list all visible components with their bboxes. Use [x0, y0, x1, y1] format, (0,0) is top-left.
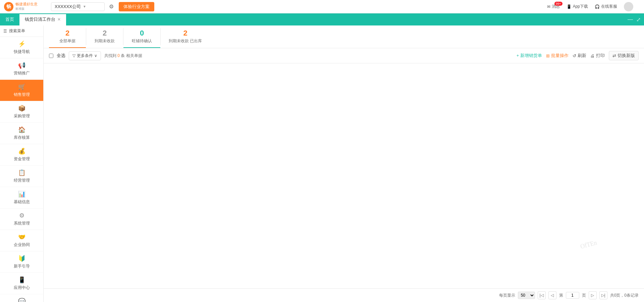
- total-info: 共0页，0条记录: [610, 293, 639, 298]
- stats-overdue-label: 到期未收款: [95, 38, 115, 44]
- logo-text: 畅捷通好生意: [15, 2, 38, 6]
- switch-icon: ⇄: [612, 53, 616, 58]
- chat-icon: 💬: [18, 298, 25, 302]
- avatar[interactable]: [624, 2, 633, 11]
- clipboard-icon: 📋: [18, 169, 25, 176]
- sidebar-item-guide[interactable]: 🔰 新手引导: [0, 251, 43, 273]
- message-badge: 99+: [554, 2, 562, 6]
- sidebar-item-wechat[interactable]: 💬 企业微信: [0, 294, 43, 302]
- sidebar-item-finance[interactable]: 💰 资金管理: [0, 144, 43, 166]
- company-name: XXXXXX公司: [55, 4, 81, 10]
- refresh-icon: ↺: [573, 53, 576, 58]
- sidebar-item-system[interactable]: ⚙ 系统管理: [0, 208, 43, 230]
- last-page-button[interactable]: ▷|: [599, 291, 607, 299]
- logo-tag: 标准版: [15, 7, 38, 11]
- stats-pending-number: 0: [140, 29, 144, 38]
- sidebar-item-search[interactable]: ☰ 搜索菜单: [0, 25, 43, 37]
- stats-overdue-number: 2: [103, 29, 107, 38]
- online-service-button[interactable]: 🎧 在线客服: [595, 4, 617, 9]
- batch-operation-button[interactable]: ⊞ 批量操作: [546, 53, 569, 59]
- sidebar-item-marketing[interactable]: 📢 营销推广: [0, 58, 43, 80]
- handshake-icon: 🤝: [18, 233, 25, 241]
- nav-tabs: 首页 钱货日清工作台 ✕ — ⤢: [0, 13, 644, 25]
- tab-close-icon[interactable]: ✕: [57, 17, 61, 22]
- message-button[interactable]: ✉ 消息 99+: [547, 4, 560, 9]
- toolbar-right: + 新增销货单 ⊞ 批量操作 ↺ 刷新 🖨 打印 ⇄ 切换新版: [517, 51, 639, 60]
- shield-icon: 🔰: [18, 255, 25, 262]
- company-selector[interactable]: XXXXXX公司 ▼: [51, 2, 105, 11]
- cart-icon: 🛒: [18, 83, 25, 90]
- sidebar: ☰ 搜索菜单 ⚡ 快捷导航 📢 营销推广 🛒 销售管理 📦 采购管理 🏠 库存核…: [0, 25, 44, 302]
- stats-all-label: 全部单据: [59, 38, 75, 44]
- stats-pending-label: 旺辅待确认: [132, 38, 152, 44]
- current-page-input[interactable]: [566, 292, 579, 299]
- stats-tab-overdue[interactable]: 2 到期未收款: [86, 25, 123, 48]
- logo-area: 畅 畅捷通好生意 标准版: [4, 2, 48, 11]
- filter-icon: ▽: [72, 53, 75, 58]
- home-icon: 🏠: [18, 126, 25, 133]
- sidebar-item-sales[interactable]: 🛒 销售管理: [0, 80, 43, 101]
- try-industry-button[interactable]: 体验行业方案: [119, 2, 154, 11]
- batch-icon: ⊞: [546, 53, 550, 58]
- found-text: 共找到 0 条 相关单据: [104, 53, 142, 59]
- first-page-button[interactable]: |◁: [538, 291, 546, 299]
- top-header: 畅 畅捷通好生意 标准版 XXXXXX公司 ▼ ⚙ 体验行业方案 ✉ 消息 99…: [0, 0, 644, 13]
- settings-button[interactable]: ⚙: [107, 2, 116, 11]
- pagination: 每页显示 50 100 200 |◁ ◁ 第 页 ▷ ▷| 共0页，0条记录: [44, 288, 644, 302]
- sidebar-item-operations[interactable]: 📋 经营管理: [0, 166, 43, 187]
- stats-tab-pending[interactable]: 0 旺辅待确认: [123, 25, 160, 48]
- filter-chevron-icon: ∨: [94, 53, 97, 58]
- add-order-button[interactable]: + 新增销货单: [517, 53, 542, 59]
- nav-tab-actions: — ⤢: [628, 16, 644, 23]
- empty-state: [44, 63, 644, 288]
- mobile-icon: 📱: [18, 276, 25, 284]
- content-area: 2 全部单据 2 到期未收款 0 旺辅待确认 2 到期未收款 已出库 全选: [44, 25, 644, 302]
- headset-icon: 🎧: [595, 4, 600, 9]
- select-all-checkbox[interactable]: [49, 54, 53, 58]
- next-page-button[interactable]: ▷: [589, 291, 597, 299]
- stats-tabs: 2 全部单据 2 到期未收款 0 旺辅待确认 2 到期未收款 已出库: [44, 25, 644, 48]
- megaphone-icon: 📢: [18, 62, 25, 69]
- money-icon: 💰: [18, 147, 25, 155]
- main-layout: ☰ 搜索菜单 ⚡ 快捷导航 📢 营销推广 🛒 销售管理 📦 采购管理 🏠 库存核…: [0, 25, 644, 302]
- app-icon: 📱: [567, 4, 572, 9]
- stats-tab-shipped[interactable]: 2 到期未收款 已出库: [161, 25, 210, 48]
- expand-button[interactable]: ⤢: [636, 16, 641, 23]
- per-page-select[interactable]: 50 100 200: [518, 292, 535, 299]
- message-icon: ✉: [547, 4, 550, 9]
- select-all-label: 全选: [57, 53, 65, 59]
- stats-tab-all[interactable]: 2 全部单据: [49, 25, 86, 48]
- table-area: [44, 63, 644, 288]
- page-label-end: 页: [582, 293, 586, 298]
- gear-icon: ⚙: [19, 212, 24, 219]
- tab-qianhuoriqing[interactable]: 钱货日清工作台 ✕: [19, 13, 66, 25]
- logo-icon: 畅: [4, 2, 13, 11]
- refresh-button[interactable]: ↺ 刷新: [573, 53, 586, 59]
- per-page-label: 每页显示: [499, 293, 515, 298]
- stats-all-number: 2: [65, 29, 69, 38]
- print-icon: 🖨: [590, 53, 595, 58]
- sidebar-item-quicknav[interactable]: ⚡ 快捷导航: [0, 37, 43, 58]
- chart-icon: 📊: [18, 190, 25, 198]
- minimize-button[interactable]: —: [628, 16, 633, 22]
- toolbar: 全选 ▽ 更多条件 ∨ 共找到 0 条 相关单据 + 新增销货单 ⊞ 批量操作 …: [44, 48, 644, 63]
- sidebar-item-basic-info[interactable]: 📊 基础信息: [0, 187, 43, 208]
- stats-shipped-label: 到期未收款 已出库: [169, 38, 202, 44]
- filter-button[interactable]: ▽ 更多条件 ∨: [69, 51, 101, 60]
- sidebar-item-inventory[interactable]: 🏠 库存核算: [0, 123, 43, 144]
- page-label: 第: [559, 293, 563, 298]
- box-icon: 📦: [18, 105, 25, 112]
- app-download-button[interactable]: 📱 App下载: [567, 4, 588, 9]
- sidebar-item-purchase[interactable]: 📦 采购管理: [0, 101, 43, 123]
- print-button[interactable]: 🖨 打印: [590, 53, 605, 59]
- flash-icon: ⚡: [18, 40, 25, 48]
- tab-home[interactable]: 首页: [0, 13, 19, 25]
- header-right: ✉ 消息 99+ 📱 App下载 🎧 在线客服: [547, 2, 640, 11]
- switch-version-button[interactable]: ⇄ 切换新版: [609, 51, 639, 60]
- prev-page-button[interactable]: ◁: [548, 291, 556, 299]
- sidebar-item-enterprise[interactable]: 🤝 企业协同: [0, 230, 43, 251]
- sidebar-item-apps[interactable]: 📱 应用中心: [0, 273, 43, 294]
- search-menu-icon: ☰: [3, 29, 7, 34]
- stats-shipped-number: 2: [183, 29, 187, 38]
- found-count: 0: [117, 53, 120, 58]
